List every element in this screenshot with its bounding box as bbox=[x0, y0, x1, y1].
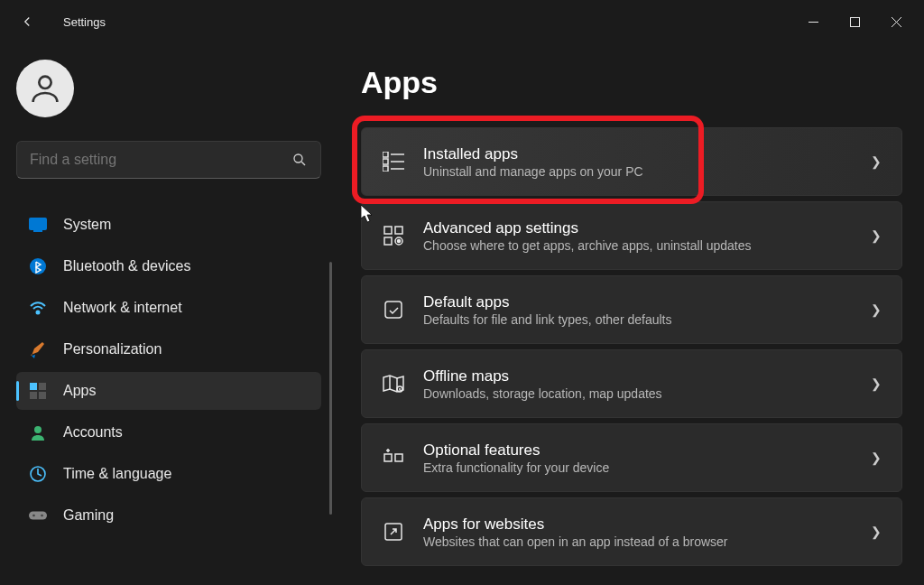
chevron-right-icon: ❯ bbox=[871, 525, 882, 539]
close-icon bbox=[892, 17, 901, 27]
card-text: Offline maps Downloads, storage location… bbox=[423, 367, 871, 401]
card-subtitle: Choose where to get apps, archive apps, … bbox=[423, 238, 871, 253]
card-title: Default apps bbox=[423, 292, 871, 312]
svg-point-15 bbox=[34, 426, 42, 433]
sidebar-item-label: Gaming bbox=[63, 507, 114, 524]
gamepad-icon bbox=[29, 506, 47, 525]
titlebar-left: Settings bbox=[16, 11, 106, 32]
clock-globe-icon bbox=[29, 465, 47, 483]
apps-icon bbox=[29, 382, 47, 400]
svg-rect-14 bbox=[39, 392, 46, 399]
svg-rect-36 bbox=[395, 454, 402, 461]
search-box[interactable] bbox=[16, 141, 321, 179]
chevron-right-icon: ❯ bbox=[871, 450, 882, 465]
card-text: Installed apps Uninstall and manage apps… bbox=[423, 144, 871, 179]
svg-rect-8 bbox=[33, 230, 42, 232]
sidebar: System Bluetooth & devices Network & int… bbox=[0, 43, 334, 585]
svg-line-6 bbox=[301, 162, 305, 165]
card-text: Optional features Extra functionality fo… bbox=[423, 441, 871, 475]
svg-rect-11 bbox=[30, 383, 37, 390]
advanced-settings-icon bbox=[382, 224, 405, 247]
svg-point-18 bbox=[32, 515, 35, 517]
card-title: Optional features bbox=[423, 441, 871, 460]
sidebar-scrollbar[interactable] bbox=[329, 262, 332, 515]
back-button[interactable] bbox=[16, 11, 38, 32]
sidebar-item-label: Personalization bbox=[63, 341, 162, 358]
sidebar-item-system[interactable]: System bbox=[16, 206, 321, 244]
svg-point-10 bbox=[37, 311, 40, 314]
chevron-right-icon: ❯ bbox=[871, 154, 882, 169]
sidebar-item-apps[interactable]: Apps bbox=[16, 372, 321, 410]
sidebar-item-network[interactable]: Network & internet bbox=[16, 289, 321, 327]
settings-card-list: Installed apps Uninstall and manage apps… bbox=[361, 127, 902, 566]
card-subtitle: Downloads, storage location, map updates bbox=[423, 386, 871, 401]
maximize-button[interactable] bbox=[834, 7, 875, 36]
wifi-icon bbox=[29, 299, 47, 317]
sidebar-item-accounts[interactable]: Accounts bbox=[16, 413, 321, 451]
card-advanced-app-settings[interactable]: Advanced app settings Choose where to ge… bbox=[361, 201, 902, 270]
card-default-apps[interactable]: Default apps Defaults for file and link … bbox=[361, 275, 902, 344]
close-button[interactable] bbox=[875, 7, 917, 36]
svg-rect-20 bbox=[383, 152, 388, 157]
sidebar-item-label: Accounts bbox=[63, 424, 123, 441]
system-icon bbox=[29, 216, 47, 234]
svg-rect-13 bbox=[30, 392, 37, 399]
card-apps-for-websites[interactable]: Apps for websites Websites that can open… bbox=[361, 497, 902, 566]
window-title: Settings bbox=[63, 15, 106, 29]
card-offline-maps[interactable]: Offline maps Downloads, storage location… bbox=[361, 349, 902, 418]
svg-rect-12 bbox=[39, 383, 46, 390]
chevron-right-icon: ❯ bbox=[871, 302, 882, 317]
svg-point-5 bbox=[294, 154, 302, 162]
card-title: Offline maps bbox=[423, 367, 871, 386]
search-input[interactable] bbox=[30, 152, 291, 168]
sidebar-item-label: Time & language bbox=[63, 466, 171, 482]
titlebar: Settings bbox=[0, 0, 924, 43]
nav-list: System Bluetooth & devices Network & int… bbox=[16, 206, 321, 534]
sidebar-item-gaming[interactable]: Gaming bbox=[16, 497, 321, 534]
main-content: Apps Installed apps Uninstall and manage… bbox=[334, 43, 924, 585]
svg-point-19 bbox=[41, 515, 43, 517]
arrow-left-icon bbox=[19, 14, 35, 30]
card-title: Apps for websites bbox=[423, 515, 871, 534]
svg-rect-7 bbox=[29, 218, 47, 230]
search-icon bbox=[291, 152, 308, 168]
map-icon bbox=[382, 372, 405, 395]
apps-websites-icon bbox=[382, 520, 405, 543]
sidebar-item-personalization[interactable]: Personalization bbox=[16, 330, 321, 368]
body: System Bluetooth & devices Network & int… bbox=[0, 43, 924, 585]
svg-rect-21 bbox=[383, 159, 388, 164]
card-optional-features[interactable]: Optional features Extra functionality fo… bbox=[361, 423, 902, 492]
window-controls bbox=[792, 7, 917, 36]
svg-rect-31 bbox=[385, 302, 402, 318]
svg-rect-1 bbox=[850, 17, 859, 26]
installed-apps-icon bbox=[382, 150, 405, 173]
svg-rect-17 bbox=[29, 511, 47, 519]
optional-features-icon bbox=[382, 446, 405, 469]
sidebar-item-label: Apps bbox=[63, 383, 96, 399]
card-title: Advanced app settings bbox=[423, 218, 871, 238]
svg-rect-28 bbox=[384, 237, 392, 245]
svg-rect-27 bbox=[395, 227, 402, 234]
bluetooth-icon bbox=[29, 257, 47, 275]
minimize-button[interactable] bbox=[792, 7, 834, 36]
sidebar-item-bluetooth[interactable]: Bluetooth & devices bbox=[16, 247, 321, 285]
card-subtitle: Extra functionality for your device bbox=[423, 460, 871, 475]
card-subtitle: Uninstall and manage apps on your PC bbox=[423, 164, 871, 179]
card-text: Default apps Defaults for file and link … bbox=[423, 292, 871, 327]
card-text: Advanced app settings Choose where to ge… bbox=[423, 218, 871, 253]
user-icon bbox=[27, 70, 63, 107]
user-avatar[interactable] bbox=[16, 60, 74, 117]
page-title: Apps bbox=[361, 65, 902, 100]
sidebar-item-label: Network & internet bbox=[63, 300, 182, 316]
card-text: Apps for websites Websites that can open… bbox=[423, 515, 871, 549]
sidebar-item-time-language[interactable]: Time & language bbox=[16, 455, 321, 493]
card-installed-apps[interactable]: Installed apps Uninstall and manage apps… bbox=[361, 127, 902, 196]
svg-rect-26 bbox=[384, 227, 392, 234]
maximize-icon bbox=[850, 17, 860, 27]
svg-rect-22 bbox=[383, 166, 388, 172]
account-icon bbox=[29, 423, 47, 441]
sidebar-item-label: System bbox=[63, 217, 111, 233]
card-subtitle: Defaults for file and link types, other … bbox=[423, 312, 871, 327]
svg-point-30 bbox=[398, 240, 401, 243]
card-subtitle: Websites that can open in an app instead… bbox=[423, 534, 871, 549]
